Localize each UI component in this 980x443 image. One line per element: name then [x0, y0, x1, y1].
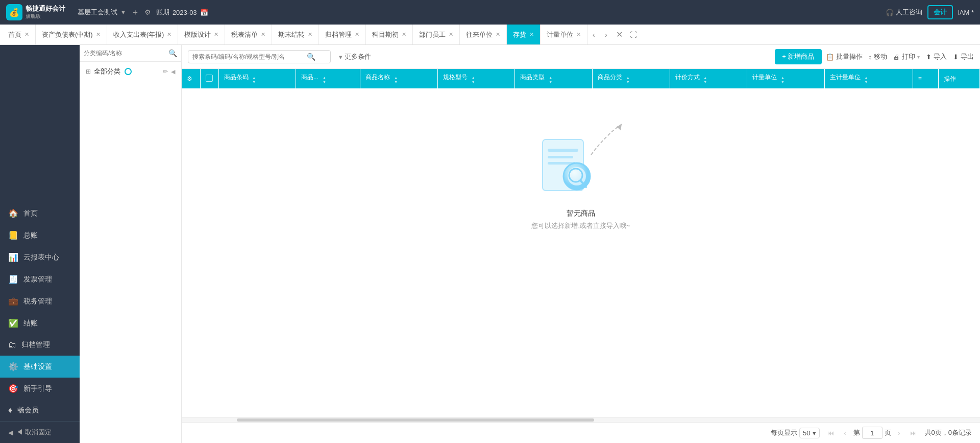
empty-title: 暂无商品: [567, 209, 595, 218]
sidebar-item-6[interactable]: 🗂归档管理: [0, 334, 80, 356]
checkbox-header[interactable]: [200, 69, 218, 88]
company-name: 基层工会测试: [78, 8, 117, 17]
tab-close-icon[interactable]: ✕: [214, 31, 218, 38]
col-code[interactable]: 商品... ▲▼: [296, 69, 360, 88]
move-button[interactable]: ↕ 移动: [869, 52, 888, 61]
sidebar-label-7: 基础设置: [23, 362, 52, 371]
sidebar-item-7[interactable]: ⚙️基础设置: [0, 356, 80, 378]
sidebar-item-5[interactable]: ✅结账: [0, 312, 80, 334]
all-categories-item[interactable]: ⊞ 全部分类 ✏ ◀: [80, 62, 181, 81]
page-size-selector: 每页显示 50 ▾: [771, 428, 819, 438]
edit-category-icon[interactable]: ✏: [163, 68, 168, 75]
add-product-button[interactable]: + 新增商品: [775, 49, 821, 64]
horizontal-scrollbar[interactable]: [182, 417, 980, 422]
tab-close-icon[interactable]: ✕: [402, 31, 406, 38]
sidebar-icon-3: 🧾: [8, 274, 18, 284]
tab-close-all-button[interactable]: ✕: [612, 25, 626, 44]
product-search-icon[interactable]: 🔍: [307, 53, 315, 61]
tab-close-icon[interactable]: ✕: [308, 31, 312, 38]
tab-close-icon[interactable]: ✕: [355, 31, 359, 38]
sidebar-item-0[interactable]: 🏠首页: [0, 202, 80, 224]
tab-close-icon[interactable]: ✕: [529, 31, 534, 38]
product-search-wrap: 🔍: [188, 50, 331, 63]
column-config-header[interactable]: ⚙: [182, 69, 200, 88]
sidebar-label-6: 归档管理: [21, 340, 50, 349]
tab-scroll-right-button[interactable]: ›: [600, 25, 612, 44]
batch-operation-button[interactable]: 📋 批量操作: [826, 52, 863, 61]
page-size-dropdown[interactable]: 50 ▾: [799, 428, 819, 438]
sidebar-item-2[interactable]: 📊云报表中心: [0, 246, 80, 268]
tab-item-3[interactable]: 模版设计✕: [178, 25, 225, 44]
col-type[interactable]: 商品类型 ▲▼: [515, 69, 593, 88]
tab-close-icon[interactable]: ✕: [449, 31, 453, 38]
tab-scroll-left-button[interactable]: ‹: [587, 25, 600, 44]
col-unit[interactable]: 计量单位 ▲▼: [747, 69, 825, 88]
sidebar-label-0: 首页: [23, 209, 38, 218]
tab-label: 计量单位: [547, 30, 573, 39]
page-label: 第: [853, 428, 860, 437]
tab-item-9[interactable]: 往来单位✕: [460, 25, 507, 44]
tab-close-icon[interactable]: ✕: [576, 31, 581, 38]
kuaiji-button[interactable]: 会计: [927, 5, 953, 19]
unpin-sidebar-button[interactable]: ◀ ◀ 取消固定: [0, 421, 80, 443]
company-selector[interactable]: 基层工会测试 ▼: [78, 8, 126, 17]
col-price-method[interactable]: 计价方式 ▲▼: [670, 69, 747, 88]
tab-expand-button[interactable]: ⛶: [626, 25, 641, 44]
collapse-icon[interactable]: ◀: [171, 68, 175, 75]
tab-item-2[interactable]: 收入支出表(年报)✕: [107, 25, 179, 44]
tab-item-10[interactable]: 存货✕: [507, 25, 541, 44]
page-number-input[interactable]: [862, 427, 883, 439]
tab-item-8[interactable]: 部门员工✕: [413, 25, 460, 44]
tab-item-7[interactable]: 科目期初✕: [366, 25, 413, 44]
col-name[interactable]: 商品名称 ▲▼: [360, 69, 438, 88]
export-icon: ⬇: [953, 53, 959, 61]
tab-close-icon[interactable]: ✕: [24, 31, 29, 38]
more-filter-button[interactable]: ▾ 更多条件: [335, 50, 375, 63]
sidebar-item-8[interactable]: 🎯新手引导: [0, 378, 80, 400]
print-button[interactable]: 🖨 打印 ▾: [893, 52, 920, 61]
settings-icon[interactable]: ⚙: [144, 8, 151, 16]
add-tab-button[interactable]: ＋: [131, 7, 139, 18]
page-size-arrow-icon: ▾: [813, 429, 816, 437]
tab-close-icon[interactable]: ✕: [96, 31, 101, 38]
tab-close-icon[interactable]: ✕: [496, 31, 500, 38]
all-categories-label: 全部分类: [94, 67, 120, 76]
tab-item-4[interactable]: 税表清单✕: [225, 25, 272, 44]
col-more[interactable]: ≡: [913, 69, 938, 88]
col-category[interactable]: 商品分类 ▲▼: [592, 69, 670, 88]
category-search-input[interactable]: [84, 50, 166, 57]
sidebar-item-1[interactable]: 📒总账: [0, 224, 80, 246]
col-spec[interactable]: 规格型号 ▲▼: [437, 69, 515, 88]
sidebar-icon-7: ⚙️: [8, 362, 18, 371]
product-search-input[interactable]: [192, 53, 305, 60]
export-button[interactable]: ⬇ 导出: [953, 52, 974, 61]
sidebar-item-4[interactable]: 💼税务管理: [0, 290, 80, 312]
first-page-button[interactable]: ⏮: [825, 427, 837, 439]
period-value: 2023-03: [173, 9, 197, 16]
col-main-unit[interactable]: 主计量单位 ▲▼: [824, 69, 913, 88]
sidebar-item-3[interactable]: 🧾发票管理: [0, 268, 80, 290]
next-page-button[interactable]: ›: [893, 427, 905, 439]
tab-item-1[interactable]: 资产负债表(中期)✕: [36, 25, 107, 44]
calendar-icon[interactable]: 📅: [200, 9, 208, 16]
scrollbar-thumb[interactable]: [237, 418, 594, 422]
last-page-button[interactable]: ⏭: [908, 427, 920, 439]
category-search-icon[interactable]: 🔍: [168, 49, 177, 57]
tab-item-6[interactable]: 归档管理✕: [319, 25, 366, 44]
tab-close-icon[interactable]: ✕: [261, 31, 265, 38]
tab-label: 往来单位: [466, 30, 493, 39]
import-button[interactable]: ⬆ 导入: [926, 52, 947, 61]
tab-item-0[interactable]: 首页✕: [2, 25, 36, 44]
tab-item-5[interactable]: 期末结转✕: [272, 25, 319, 44]
dropdown-arrow-icon: ▼: [120, 9, 126, 15]
tab-close-icon[interactable]: ✕: [167, 31, 172, 38]
prev-page-button[interactable]: ‹: [839, 427, 851, 439]
sidebar-icon-9: ♦: [8, 406, 12, 415]
sidebar-item-9[interactable]: ♦畅会员: [0, 400, 80, 421]
col-barcode[interactable]: 商品条码 ▲▼: [218, 69, 296, 88]
svg-marker-0: [617, 124, 622, 130]
unpin-icon: ◀: [8, 429, 13, 436]
tab-item-11[interactable]: 计量单位✕: [541, 25, 587, 44]
ai-consult-button[interactable]: 🎧 人工咨询: [886, 8, 922, 17]
more-filter-label: 更多条件: [345, 52, 371, 61]
